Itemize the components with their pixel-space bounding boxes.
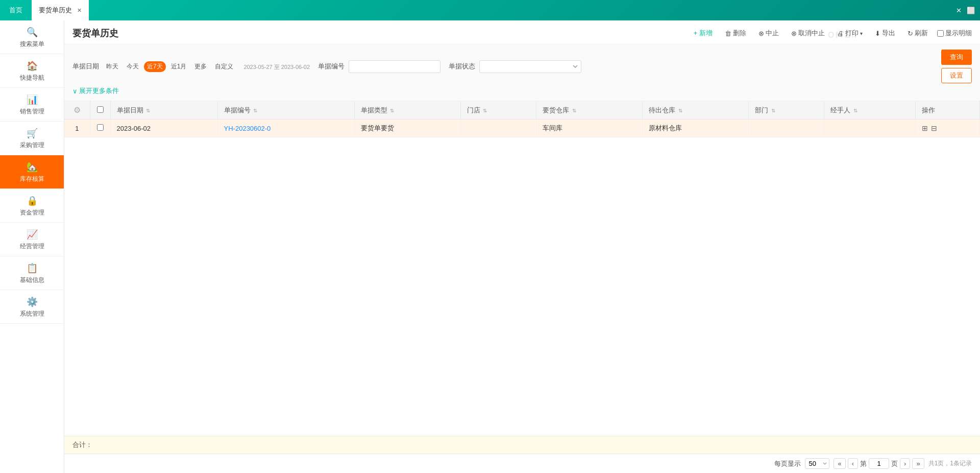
- show-detail-toggle[interactable]: 显示明细: [937, 29, 972, 38]
- table-header-row: ⚙ 单据日期 ⇅ 单据编号 ⇅: [64, 101, 980, 120]
- window-close-icon[interactable]: ✕: [956, 7, 962, 14]
- print-dropdown-icon: ▾: [860, 31, 863, 36]
- status-select[interactable]: [479, 60, 581, 73]
- next-page-button[interactable]: ›: [900, 458, 910, 469]
- date-shortcuts: 昨天 今天 近7天 近1月 更多 自定义: [103, 61, 236, 72]
- view-detail-icon[interactable]: ⊞: [922, 124, 928, 132]
- shortcut-more[interactable]: 更多: [191, 61, 210, 72]
- sidebar-item-basic-info[interactable]: 📋 基础信息: [0, 256, 64, 290]
- sidebar-item-purchase[interactable]: 🛒 采购管理: [0, 122, 64, 155]
- refresh-button[interactable]: ↻ 刷新: [904, 27, 931, 40]
- filter-row-1: 单据日期 昨天 今天 近7天 近1月 更多 自定义 2023-05-27 至 2…: [72, 50, 972, 83]
- filter-actions: 查询 设置: [941, 50, 972, 83]
- th-operation: 操作: [915, 101, 979, 120]
- window-maximize-icon[interactable]: ⬜: [967, 7, 975, 14]
- sales-icon: 📊: [27, 94, 38, 105]
- sidebar-item-search[interactable]: 🔍 搜索菜单: [0, 20, 64, 54]
- chevron-down-icon: ∨: [72, 87, 78, 95]
- sidebar-label-operations: 经营管理: [20, 242, 44, 251]
- td-department: [749, 120, 824, 137]
- basic-info-icon: 📋: [27, 263, 38, 274]
- sort-dept-icon[interactable]: ⇅: [771, 108, 775, 113]
- sidebar-label-sales: 销售管理: [20, 107, 44, 116]
- order-no-link[interactable]: YH-20230602-0: [224, 125, 271, 132]
- purchase-icon: 🛒: [27, 128, 38, 139]
- home-icon: 🏠: [27, 60, 38, 72]
- page-number-input[interactable]: [869, 458, 889, 469]
- data-table: ⚙ 单据日期 ⇅ 单据编号 ⇅: [64, 101, 980, 137]
- page-header: 要货单历史 + 新增 🗑 删除 ⊗ 中止 ⊗ 取消中止 🖨 打印: [64, 20, 980, 44]
- settings-button[interactable]: 设置: [941, 68, 972, 83]
- shortcut-today[interactable]: 今天: [124, 61, 142, 72]
- shortcut-1month[interactable]: 近1月: [168, 61, 190, 72]
- tab-requisition-history[interactable]: 要货单历史 ✕: [32, 0, 89, 20]
- last-page-button[interactable]: »: [912, 458, 924, 469]
- per-page-select[interactable]: 50 10 20 100: [805, 458, 829, 469]
- order-no-filter-group: 单据编号: [318, 60, 440, 73]
- show-detail-checkbox[interactable]: [937, 30, 944, 37]
- sidebar-label-finance: 资金管理: [20, 208, 44, 217]
- th-store: 门店 ⇅: [460, 101, 536, 120]
- td-checkbox: [90, 120, 110, 137]
- page-suffix: 页: [891, 459, 898, 468]
- sort-req-wh-icon[interactable]: ⇅: [572, 108, 576, 113]
- sidebar-item-finance[interactable]: 🔒 资金管理: [0, 189, 64, 223]
- td-date: 2023-06-02: [110, 120, 217, 137]
- first-page-button[interactable]: «: [834, 458, 845, 469]
- status-filter-group: 单据状态: [449, 60, 581, 73]
- shortcut-yesterday[interactable]: 昨天: [103, 61, 121, 72]
- sort-store-icon[interactable]: ⇅: [483, 108, 487, 113]
- finance-icon: 🔒: [27, 195, 38, 206]
- select-all-checkbox[interactable]: [97, 106, 104, 113]
- stop-button[interactable]: ⊗ 中止: [755, 27, 782, 40]
- td-order-no: YH-20230602-0: [217, 120, 354, 137]
- search-menu-icon: 🔍: [27, 27, 38, 38]
- cancel-stop-icon: ⊗: [791, 30, 797, 37]
- th-order-no: 单据编号 ⇅: [217, 101, 354, 120]
- date-range-display: 2023-05-27 至 2023-06-02: [243, 63, 310, 71]
- sidebar-item-shortcut[interactable]: 🏠 快捷导航: [0, 54, 64, 88]
- stop-icon: ⊗: [758, 30, 764, 37]
- export-button[interactable]: ⬇ 导出: [872, 27, 898, 40]
- sort-handler-icon[interactable]: ⇅: [853, 108, 857, 113]
- prev-page-button[interactable]: ‹: [848, 458, 858, 469]
- main-layout: 🔍 搜索菜单 🏠 快捷导航 📊 销售管理 🛒 采购管理 🏡 库存核算 🔒 资金管…: [0, 20, 980, 473]
- row-checkbox[interactable]: [97, 124, 104, 131]
- th-date: 单据日期 ⇅: [110, 101, 217, 120]
- th-checkbox: [90, 101, 110, 120]
- sort-order-no-icon[interactable]: ⇅: [253, 108, 257, 113]
- query-button[interactable]: 查询: [941, 50, 972, 65]
- td-num: 1: [64, 120, 90, 137]
- top-bar: 首页 要货单历史 ✕ ✕ ⬜: [0, 0, 980, 20]
- print-button[interactable]: 🖨 打印 ▾: [834, 27, 866, 40]
- th-handler: 经手人 ⇅: [824, 101, 915, 120]
- sidebar-item-inventory[interactable]: 🏡 库存核算: [0, 155, 64, 189]
- th-order-type: 单据类型 ⇅: [354, 101, 460, 120]
- shortcut-7days[interactable]: 近7天: [144, 61, 166, 72]
- close-tab-icon[interactable]: ✕: [77, 7, 82, 14]
- more-action-icon[interactable]: ⊟: [931, 124, 937, 132]
- new-button[interactable]: + 新增: [691, 27, 716, 40]
- sort-pending-wh-icon[interactable]: ⇅: [678, 108, 682, 113]
- sum-label: 合计：: [72, 440, 92, 450]
- sort-date-icon[interactable]: ⇅: [146, 108, 150, 113]
- order-no-input[interactable]: [349, 60, 440, 73]
- order-no-label: 单据编号: [318, 62, 345, 71]
- sort-type-icon[interactable]: ⇅: [390, 108, 394, 113]
- filter-area: 单据日期 昨天 今天 近7天 近1月 更多 自定义 2023-05-27 至 2…: [64, 44, 980, 101]
- expand-more-button[interactable]: ∨ 展开更多条件: [72, 86, 972, 96]
- sidebar-item-sales[interactable]: 📊 销售管理: [0, 88, 64, 122]
- shortcut-custom[interactable]: 自定义: [212, 61, 236, 72]
- sidebar-label-purchase: 采购管理: [20, 141, 44, 150]
- cancel-stop-button[interactable]: ⊗ 取消中止: [788, 27, 828, 40]
- tab-list: 首页 要货单历史 ✕: [0, 0, 89, 20]
- sidebar-item-system[interactable]: ⚙️ 系统管理: [0, 290, 64, 324]
- page-prefix: 第: [860, 459, 867, 468]
- delete-button[interactable]: 🗑 删除: [722, 27, 749, 40]
- table-row: 1 2023-06-02 YH-20230602-0 要货单要货 车间库 原材料…: [64, 120, 980, 137]
- column-settings-icon[interactable]: ⚙: [74, 106, 81, 114]
- tab-home[interactable]: 首页: [0, 0, 32, 20]
- date-filter-label: 单据日期: [72, 62, 99, 71]
- sidebar-item-operations[interactable]: 📈 经营管理: [0, 223, 64, 256]
- sidebar-label-system: 系统管理: [20, 310, 44, 318]
